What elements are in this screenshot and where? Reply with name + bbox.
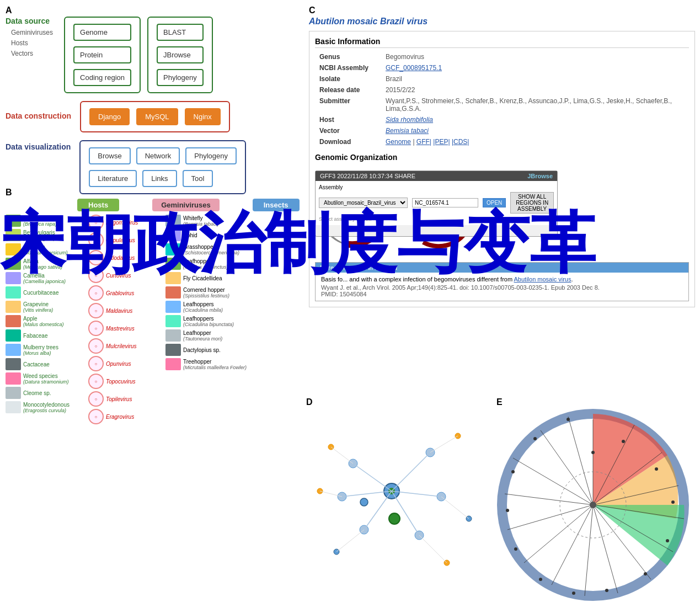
visualization-box: Browse Network Phylogeny Literature Link… — [79, 140, 246, 194]
virus-circle-10: ○ — [88, 391, 104, 407]
host-img-4 — [6, 272, 21, 284]
virus-circle-8: ○ — [88, 356, 104, 371]
host-img-5 — [6, 286, 21, 299]
svg-line-30 — [336, 530, 364, 552]
jbrowse-show-all-btn[interactable]: SHOW ALL REGIONS IN ASSEMBLY — [510, 192, 554, 214]
svg-line-18 — [364, 491, 392, 530]
jbrowse-title-text: GFF3 2022/11/28 10:37:34 SHARE — [320, 173, 415, 179]
vector-row: Vector Bemisia tabaci — [315, 125, 689, 136]
download-separator1: | — [413, 138, 414, 146]
insect-img-1 — [165, 229, 181, 241]
virus-item-3: ○ Curtovirus — [88, 267, 165, 284]
host-value: Sida rhombifolia — [381, 114, 689, 125]
isolate-label: Isolate — [315, 73, 381, 84]
svg-point-51 — [591, 451, 595, 454]
hosts-header: Hosts — [77, 199, 119, 211]
virus-circle-3: ○ — [88, 268, 104, 283]
insect-img-8 — [165, 329, 181, 342]
svg-line-47 — [505, 494, 593, 505]
svg-point-33 — [360, 498, 368, 506]
virus-name-8: Opunvirus — [106, 361, 131, 367]
literature-box[interactable]: Literature — [89, 170, 137, 187]
coding-region-box: Coding region — [73, 69, 131, 86]
phylogeny-viz-box[interactable]: Phylogeny — [185, 147, 237, 164]
blast-box: BLAST — [157, 24, 204, 41]
submitter-label: Submitter — [315, 95, 381, 114]
jbrowse-sequence-input[interactable] — [412, 198, 478, 207]
host-img-12 — [6, 387, 21, 399]
data-source-item-hosts: Hosts — [11, 38, 53, 49]
genus-value: Begomovirus — [381, 51, 689, 62]
virus-circle-6: ○ — [88, 321, 104, 336]
insect-name-0: Whitefly(Bemisia tabaci) — [183, 215, 219, 227]
host-item-2: Solanum(Solanum persicum) — [6, 242, 88, 257]
download-genome-link[interactable]: Genome — [386, 138, 411, 146]
jbrowse-open-btn[interactable]: OPEN — [483, 198, 506, 207]
virus-name-0: Begomovirus — [106, 220, 138, 226]
mysql-box: MySQL — [136, 108, 178, 125]
svg-line-49 — [541, 430, 593, 505]
insect-item-4: Fly Cicadellidea — [165, 271, 276, 285]
svg-point-64 — [567, 418, 570, 421]
virus-item-6: ○ Mastrevirus — [88, 319, 165, 337]
viz-row1: Browse Network Phylogeny — [87, 146, 238, 166]
insect-name-9: Dactylopius sp. — [183, 347, 221, 353]
genus-label: Genus — [315, 51, 381, 62]
vector-label: Vector — [315, 125, 381, 136]
host-img-10 — [6, 358, 21, 370]
insect-name-6: Leafhoppers(Cicadulina mbila) — [183, 301, 223, 313]
host-item-0: Brassica rapa(Brassica rapa) — [6, 214, 88, 228]
pubmed-virus-link[interactable]: Abutilon mosaic virus — [514, 276, 571, 283]
insect-item-6: Leafhoppers(Cicadulina mbila) — [165, 300, 276, 314]
svg-line-46 — [507, 505, 593, 530]
virus-name-5: Maldavirus — [106, 308, 132, 314]
network-box[interactable]: Network — [136, 147, 180, 164]
host-img-8 — [6, 329, 21, 342]
host-name-2: Solanum(Solanum persicum) — [23, 244, 68, 255]
host-item-8: Fabaceae — [6, 328, 88, 343]
download-gff-link[interactable]: GFF| — [416, 138, 431, 146]
insect-item-0: Whitefly(Bemisia tabaci) — [165, 214, 276, 228]
pubmed-pmid: PMID: 15045084 — [321, 291, 683, 297]
svg-line-29 — [419, 535, 447, 563]
ncbi-link[interactable]: GCF_000895175.1 — [386, 64, 442, 72]
jbrowse-assembly-select[interactable]: Abutilon_mosaic_Brazil_virus — [319, 198, 408, 208]
jbrowse-window: GFF3 2022/11/28 10:37:34 SHARE JBrowse A… — [315, 171, 558, 237]
info-table: Genus Begomovirus NCBI Assembly GCF_0008… — [315, 51, 689, 147]
svg-point-56 — [644, 572, 647, 576]
host-name-4: Camellia(Camellia japonica) — [23, 273, 66, 284]
isolate-row: Isolate Brazil — [315, 73, 689, 84]
download-pep-link[interactable]: |PEP| — [433, 138, 450, 146]
virus-name-1: Capulavirus — [106, 237, 135, 243]
host-item-12: Cleome sp. — [6, 386, 88, 400]
tool-box[interactable]: Tool — [183, 170, 213, 187]
svg-line-14 — [353, 464, 392, 491]
vector-link[interactable]: Bemisia tabaci — [386, 127, 429, 135]
host-item-7: Apple(Malus domestica) — [6, 314, 88, 328]
virus-item-4: ○ Grablovirus — [88, 284, 165, 302]
data-source-items: Geminiviruses Hosts Vectors — [11, 28, 53, 60]
data-visualization-label: Data visualization — [6, 142, 71, 151]
host-name-5: Cucurbitaceae — [23, 290, 58, 296]
download-value: Genome | GFF| |PEP| |CDS| — [381, 136, 689, 147]
host-name-6: Grapevine(Vitis vinifera) — [23, 301, 53, 313]
svg-point-52 — [622, 440, 625, 443]
host-link[interactable]: Sida rhombifolia — [386, 116, 433, 124]
browse-box[interactable]: Browse — [89, 147, 130, 164]
links-box[interactable]: Links — [142, 170, 177, 187]
virus-name-2: Citlodavirus — [106, 255, 135, 261]
host-name-11: Weed species(Datura stramonium) — [23, 373, 69, 385]
svg-point-54 — [671, 500, 675, 504]
hosts-column: Brassica rapa(Brassica rapa) Beta vulgar… — [6, 214, 88, 425]
download-cds-link[interactable]: |CDS| — [452, 138, 469, 146]
insect-item-1: Aphid — [165, 228, 276, 242]
virus-circle-1: ○ — [88, 232, 104, 248]
host-item-13: Monocotyledonous(Eragrostis curvula) — [6, 400, 88, 414]
panel-b: Hosts Geminiviruses Insects Brassica rap… — [6, 188, 303, 425]
insect-item-3: Leafhoppers(Orosius albicinctus) — [165, 257, 276, 271]
virus-circle-0: ○ — [88, 215, 104, 230]
blast-group-box: BLAST JBrowse Phylogeny — [147, 17, 213, 93]
ncbi-row: NCBI Assembly GCF_000895175.1 — [315, 62, 689, 73]
host-item-10: Cactaceae — [6, 357, 88, 371]
insect-img-2 — [165, 243, 181, 255]
